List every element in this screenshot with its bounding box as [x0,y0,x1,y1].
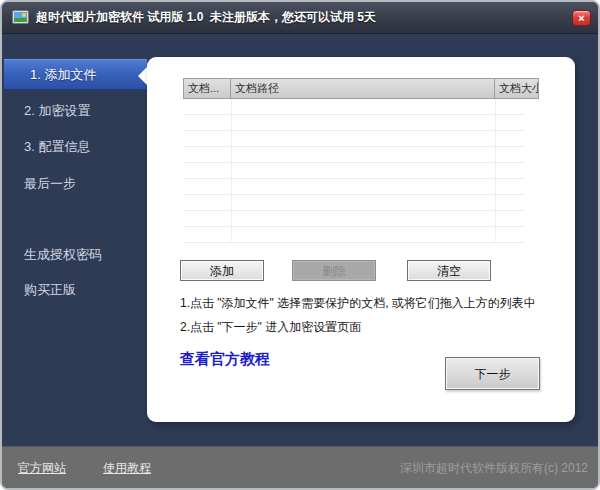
sidebar-item-generate-license[interactable]: 生成授权密码 [24,246,102,264]
column-header-doc-path[interactable]: 文档路径 [230,78,495,99]
next-step-button[interactable]: 下一步 [445,357,540,390]
sidebar-item-encrypt-settings[interactable]: 2. 加密设置 [24,102,90,120]
column-divider [231,99,232,243]
column-header-doc-name[interactable]: 文档... [183,78,231,99]
content-panel: 文档... 文档路径 文档大小 添加 删除 清空 1.点击 "添加文件" 选择需… [147,57,575,422]
sidebar-item-config-info[interactable]: 3. 配置信息 [24,138,90,156]
selected-item-arrow-icon [138,67,147,85]
footer-bar: 官方网站 使用教程 深圳市超时代软件版权所有(c) 2012 [2,446,598,488]
official-website-link[interactable]: 官方网站 [18,460,66,477]
column-header-doc-size[interactable]: 文档大小 [494,78,539,99]
file-list-drop-area[interactable] [183,99,525,243]
copyright-text: 深圳市超时代软件版权所有(c) 2012 [400,460,588,477]
usage-tutorial-link[interactable]: 使用教程 [103,460,151,477]
clear-button[interactable]: 清空 [407,260,491,281]
instruction-line-1: 1.点击 "添加文件" 选择需要保护的文档, 或将它们拖入上方的列表中 [180,295,536,312]
sidebar-item-last-step[interactable]: 最后一步 [24,175,76,193]
close-button[interactable]: × [572,10,591,26]
add-button[interactable]: 添加 [180,260,264,281]
picture-icon [12,10,29,24]
file-table-header: 文档... 文档路径 文档大小 [183,78,539,99]
delete-button[interactable]: 删除 [292,260,376,281]
app-window: 超时代图片加密软件 试用版 1.0 未注册版本，您还可以试用 5天 × 1. 添… [0,0,600,490]
window-title: 超时代图片加密软件 试用版 1.0 未注册版本，您还可以试用 5天 [36,2,376,33]
title-bar: 超时代图片加密软件 试用版 1.0 未注册版本，您还可以试用 5天 × [2,2,598,34]
column-divider [495,99,496,243]
official-tutorial-link[interactable]: 查看官方教程 [180,350,270,369]
sidebar-item-add-files[interactable]: 1. 添加文件 [4,59,147,90]
sidebar-item-buy-full-version[interactable]: 购买正版 [24,281,76,299]
instruction-line-2: 2.点击 "下一步" 进入加密设置页面 [180,319,361,336]
